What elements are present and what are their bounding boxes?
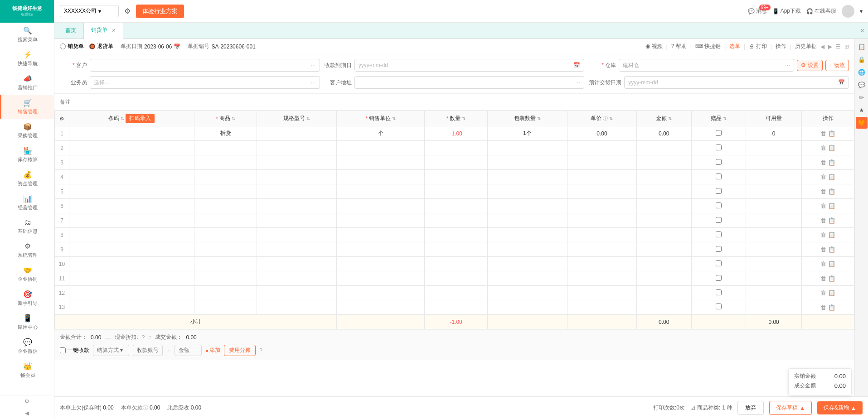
radio-sale-order[interactable]: 销货单 (60, 43, 84, 50)
row-product-11[interactable] (194, 271, 257, 286)
row-gift-8[interactable] (691, 228, 746, 242)
row-unit-3[interactable] (337, 155, 425, 170)
sidebar-item-marketing[interactable]: 📣 营销推广 (0, 71, 54, 95)
save-new-button[interactable]: 保存&新增 ▲ (817, 401, 863, 414)
row-copy-1[interactable]: 📋 (828, 130, 835, 137)
row-gift-11[interactable] (691, 271, 746, 286)
row-unit-5[interactable] (337, 184, 425, 199)
row-copy-6[interactable]: 📋 (828, 202, 835, 209)
row-product-4[interactable] (194, 170, 257, 184)
account-dots[interactable]: ··· (166, 347, 171, 354)
sidebar-item-collab[interactable]: 🤝 企业协同 (0, 262, 54, 286)
row-barcode-13[interactable] (69, 300, 194, 315)
trial-button[interactable]: 体验行业方案 (136, 5, 184, 18)
sidebar-item-basic[interactable]: 🗂 基础信息 (0, 215, 54, 238)
receivable-calendar-icon[interactable]: 📅 (573, 62, 580, 68)
row-copy-5[interactable]: 📋 (828, 188, 835, 195)
row-price-7[interactable] (567, 213, 636, 228)
row-delete-9[interactable]: 🗑 (820, 246, 826, 253)
row-delete-7[interactable]: 🗑 (820, 217, 826, 224)
row-price-8[interactable] (567, 228, 636, 242)
remarks-input[interactable] (79, 96, 849, 107)
row-spec-7[interactable] (257, 213, 337, 228)
row-copy-3[interactable]: 📋 (828, 159, 835, 166)
receivable-date-input[interactable]: yyyy-mm-dd 📅 (354, 59, 585, 72)
row-pack-8[interactable] (487, 228, 567, 242)
row-qty-12[interactable] (425, 286, 487, 300)
row-amount-11[interactable] (637, 271, 692, 286)
row-barcode-1[interactable] (69, 126, 194, 141)
sort-amount[interactable]: ⇅ (668, 116, 672, 121)
delivery-calendar-icon[interactable]: 📅 (838, 79, 845, 86)
customer-addr-input[interactable]: ··· (354, 76, 585, 89)
row-gift-3[interactable] (691, 155, 746, 170)
row-qty-8[interactable] (425, 228, 487, 242)
row-gift-10[interactable] (691, 257, 746, 271)
row-gift-1[interactable] (691, 126, 746, 141)
row-spec-12[interactable] (257, 286, 337, 300)
row-copy-10[interactable]: 📋 (828, 260, 835, 267)
row-price-10[interactable] (567, 257, 636, 271)
row-unit-7[interactable] (337, 213, 425, 228)
sort-gift[interactable]: ⇅ (723, 116, 727, 121)
row-pack-9[interactable] (487, 242, 567, 257)
row-unit-10[interactable] (337, 257, 425, 271)
row-qty-4[interactable] (425, 170, 487, 184)
right-tool-clipboard[interactable]: 📋 (856, 41, 868, 53)
sidebar-item-system[interactable]: ⚙ 系统管理 (0, 238, 54, 262)
row-product-6[interactable] (194, 199, 257, 213)
tab-sales-order[interactable]: 销货单 × (84, 23, 123, 39)
row-pack-7[interactable] (487, 213, 567, 228)
sidebar-item-quick[interactable]: ⚡ 快捷导航 (0, 47, 54, 71)
row-spec-2[interactable] (257, 141, 337, 155)
username[interactable]: ▾ (860, 8, 863, 14)
row-pack-13[interactable] (487, 300, 567, 315)
right-tool-globe[interactable]: 🌐 (856, 66, 868, 78)
row-delete-10[interactable]: 🗑 (820, 260, 826, 267)
salesperson-dots[interactable]: ··· (310, 79, 316, 86)
one-pay-checkbox[interactable] (60, 347, 66, 353)
row-price-12[interactable] (567, 286, 636, 300)
row-barcode-5[interactable] (69, 184, 194, 199)
row-product-12[interactable] (194, 286, 257, 300)
row-barcode-10[interactable] (69, 257, 194, 271)
footer-help-icon[interactable]: ? (259, 347, 262, 354)
row-amount-7[interactable] (637, 213, 692, 228)
one-pay-checkbox-label[interactable]: 一键收款 (60, 347, 89, 354)
row-qty-6[interactable] (425, 199, 487, 213)
sidebar-item-sales[interactable]: 🛒 销售管理 (0, 95, 54, 119)
row-price-6[interactable] (567, 199, 636, 213)
row-copy-7[interactable]: 📋 (828, 217, 835, 224)
sidebar-item-inventory[interactable]: 🏪 库存核算 (0, 143, 54, 167)
shortcut-link[interactable]: ⌨ 快捷键 (695, 43, 721, 50)
radio-return-order[interactable]: 退货单 (89, 43, 113, 50)
row-qty-9[interactable] (425, 242, 487, 257)
row-copy-13[interactable]: 📋 (828, 304, 835, 311)
row-product-13[interactable] (194, 300, 257, 315)
warehouse-dots[interactable]: ··· (785, 62, 790, 69)
row-gift-13[interactable] (691, 300, 746, 315)
payment-amount-input[interactable]: 金额 (175, 345, 202, 356)
row-spec-6[interactable] (257, 199, 337, 213)
row-amount-3[interactable] (637, 155, 692, 170)
row-gift-12[interactable] (691, 286, 746, 300)
right-tool-edit[interactable]: ✏ (856, 92, 868, 103)
sidebar-item-guide[interactable]: 🎯 新手引导 (0, 286, 54, 310)
row-pack-4[interactable] (487, 170, 567, 184)
view-grid-icon[interactable]: ⊞ (844, 43, 849, 50)
delivery-date-input[interactable]: yyyy-mm-dd 📅 (624, 76, 849, 89)
row-delete-4[interactable]: 🗑 (820, 173, 826, 180)
right-tool-lock[interactable]: 🔒 (856, 53, 868, 65)
row-amount-8[interactable] (637, 228, 692, 242)
addr-dots[interactable]: ··· (575, 79, 581, 86)
video-link[interactable]: ◉ 视频 (645, 43, 662, 50)
print-link[interactable]: 🖨 打印 (749, 43, 766, 50)
row-pack-12[interactable] (487, 286, 567, 300)
row-product-3[interactable] (194, 155, 257, 170)
row-product-7[interactable] (194, 213, 257, 228)
row-gift-7[interactable] (691, 213, 746, 228)
th-settings[interactable]: ⚙ (55, 111, 69, 126)
row-pack-5[interactable] (487, 184, 567, 199)
product-type[interactable]: ☑ 商品种类: 1 种 (690, 404, 732, 412)
bill-credit-info-icon[interactable]: ⓘ (143, 405, 148, 411)
